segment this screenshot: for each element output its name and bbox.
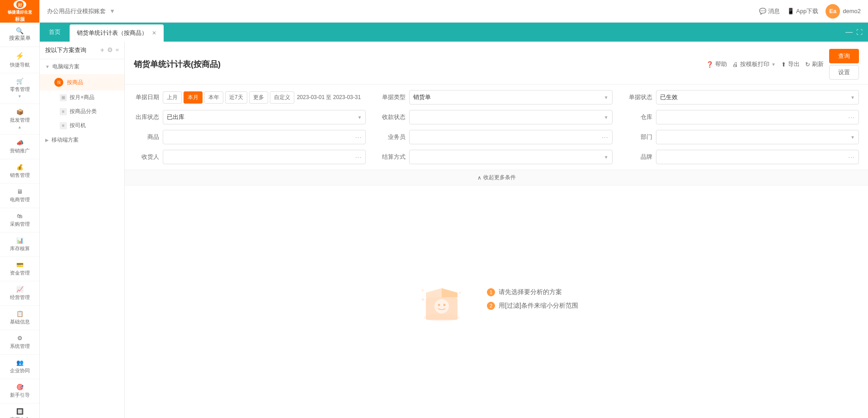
plan-subitem-month-goods[interactable]: ⊞ 按月+商品 [40,90,124,104]
plan-subitem-driver[interactable]: ≡ 按司机 [40,119,124,133]
panel-actions: + ⚙ « [100,46,119,54]
date-filter: 上月 本月 本年 近7天 更多 自定义 2023-03-01 至 2023-03… [163,91,366,104]
tab-home[interactable]: 首页 [40,23,70,42]
collect-status-control[interactable]: ▼ [409,110,612,124]
receiver-control[interactable]: ··· [163,150,366,164]
quick-nav-item[interactable]: ⚡ 快捷导航 [0,47,39,73]
svg-marker-4 [426,288,442,297]
app-center-item[interactable]: 🔲 应用中心 [0,404,39,418]
page-actions: ❓ 帮助 🖨 按模板打印 ▼ ⬆ 导出 ↻ 刷新 [706,49,859,80]
help-btn[interactable]: ❓ 帮助 [706,60,727,68]
salesperson-label: 业务员 [380,133,409,141]
receiver-dots-icon: ··· [355,153,362,161]
plan-item-by-goods-label: 按商品 [67,79,83,86]
app-download-btn[interactable]: 📱 App下载 [787,7,818,15]
brand-control[interactable]: ··· [656,150,859,164]
sales-mgmt-item[interactable]: 💰 销售管理 [0,159,39,184]
marketing-label: 营销推广 [3,147,37,154]
out-status-label: 出库状态 [134,113,163,121]
order-type-control[interactable]: 销货单 ▼ [409,90,612,104]
mobile-plan-group-header[interactable]: ▶ 移动端方案 [40,133,124,147]
action-buttons: 查询 设置 [829,49,859,80]
home-tab-label: 首页 [49,28,61,36]
enterprise-collab-item[interactable]: 👥 企业协同 [0,355,39,379]
settlement-control[interactable]: ▼ [409,150,612,164]
marketing-item[interactable]: 📣 营销推广 [0,135,39,159]
retail-mgmt-item[interactable]: 🛒 零售管理 ▼ [0,73,39,104]
warehouse-control[interactable]: ··· [656,110,859,124]
date-btn-custom[interactable]: 自定义 [270,91,294,104]
tab-maximize-icon[interactable]: ⛶ [856,28,863,36]
empty-state: 1 请先选择要分析的方案 2 用[过滤]条件来缩小分析范围 [125,185,868,418]
finance-label: 资金管理 [3,270,37,276]
tip-text-1: 请先选择要分析的方案 [499,288,562,296]
goods-label: 商品 [134,133,163,141]
salesperson-dots-icon: ··· [602,133,609,141]
quick-nav-label: 快捷导航 [3,62,37,68]
refresh-btn[interactable]: ↻ 刷新 [805,60,824,68]
mobile-plan-group-label: 移动端方案 [52,136,79,144]
basic-info-item[interactable]: 📋 基础信息 [0,306,39,330]
collapse-label: 收起更多条件 [483,174,516,181]
breadcrumb-text: 办公用品行业模拟账套 [47,7,106,15]
order-type-filter-item: 单据类型 销货单 ▼ [380,90,612,104]
message-btn[interactable]: 💬 消息 [759,7,780,15]
finance-item[interactable]: 💳 资金管理 [0,257,39,281]
tab-bar: 首页 销货单统计计表（按商品） ✕ — ⛶ [40,23,868,42]
export-btn[interactable]: ⬆ 导出 [781,60,800,68]
dept-control[interactable]: ▼ [656,130,859,144]
search-menu-item[interactable]: 🔍 搜索菜单 [0,23,39,47]
subitem-icon3: ≡ [60,122,67,129]
purchase-mgmt-label: 采购管理 [3,221,37,228]
tab-close-icon[interactable]: ✕ [152,30,156,36]
date-btn-7days[interactable]: 近7天 [225,91,247,104]
svg-text:好: 好 [17,3,22,7]
date-btn-this-month[interactable]: 本月 [184,91,203,104]
collect-status-chevron-icon: ▼ [604,115,609,120]
user-menu[interactable]: Ea demo2 [826,4,861,19]
filter-row-2: 出库状态 已出库 ▼ 收款状态 ▼ [134,110,859,124]
beginner-guide-item[interactable]: 🎯 新手引导 [0,379,39,404]
system-mgmt-item[interactable]: ⚙ 系统管理 [0,330,39,355]
add-plan-btn[interactable]: + [100,46,104,54]
app-center-label: 应用中心 [3,416,37,418]
out-status-control[interactable]: 已出库 ▼ [163,110,366,124]
sidebar: 好 畅捷通好生意 标服 🔍 搜索菜单 ⚡ 快捷导航 🛒 零售管理 ▼ 📦 批发管… [0,0,40,418]
avatar: Ea [826,4,840,19]
tab-active[interactable]: 销货单统计计表（按商品） ✕ [70,24,164,42]
app-logo: 好 畅捷通好生意 标服 [0,0,39,23]
date-label: 单据日期 [134,93,163,101]
print-btn[interactable]: 🖨 按模板打印 ▼ [732,60,776,68]
pc-plan-group-header[interactable]: ▼ 电脑端方案 [40,59,124,74]
inventory-item[interactable]: 📊 库存核算 [0,233,39,257]
wholesale-mgmt-item[interactable]: 📦 批发管理 ▲ [0,104,39,135]
business-mgmt-label: 经营管理 [3,294,37,301]
ecommerce-item[interactable]: 🖥 电商管理 [0,184,39,208]
order-status-label: 单据状态 [627,93,656,101]
sales-mgmt-label: 销售管理 [3,172,37,179]
order-status-filter-item: 单据状态 已生效 ▼ [627,90,859,104]
plan-subitem-goods-category[interactable]: ≡ 按商品分类 [40,104,124,119]
collapse-bar[interactable]: ∧ 收起更多条件 [125,170,868,185]
message-icon: 💬 [759,8,766,14]
purchase-mgmt-item[interactable]: 🛍 采购管理 [0,208,39,233]
setting-button[interactable]: 设置 [829,65,859,80]
date-btn-last-month[interactable]: 上月 [163,91,182,104]
collapse-panel-btn[interactable]: « [116,46,119,54]
date-btn-this-year[interactable]: 本年 [204,91,223,104]
query-button[interactable]: 查询 [829,49,859,63]
mobile-group-arrow-icon: ▶ [45,138,49,142]
salesperson-control[interactable]: ··· [409,130,612,144]
beginner-guide-label: 新手引导 [3,392,37,399]
tab-minimize-icon[interactable]: — [845,28,853,36]
business-mgmt-item[interactable]: 📈 经营管理 [0,281,39,306]
date-btn-more[interactable]: 更多 [249,91,268,104]
goods-control[interactable]: ··· [163,130,366,144]
goods-dots-icon: ··· [355,133,362,141]
out-status-chevron-icon: ▼ [357,115,362,120]
breadcrumb-dropdown-icon[interactable]: ▼ [109,8,115,14]
order-status-control[interactable]: 已生效 ▼ [656,90,859,104]
tip-item-1: 1 请先选择要分析的方案 [487,288,578,296]
settings-plan-btn[interactable]: ⚙ [107,46,113,54]
plan-item-by-goods[interactable]: 按 按商品 [40,74,124,90]
